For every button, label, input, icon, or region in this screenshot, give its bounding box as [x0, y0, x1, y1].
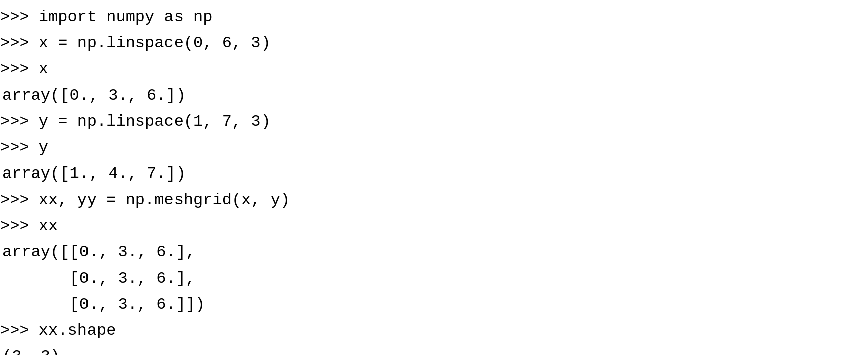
- input-code: xx: [39, 214, 58, 238]
- terminal-line: array([0., 3., 6.]): [0, 82, 868, 109]
- terminal-line: >>> xx: [0, 213, 868, 239]
- terminal-line: >>> xx.shape: [0, 318, 868, 344]
- input-code: x = np.linspace(0, 6, 3): [39, 31, 271, 55]
- input-code: y: [39, 136, 48, 160]
- prompt-indicator: >>>: [0, 319, 39, 343]
- terminal-line: array([[0., 3., 6.],: [0, 239, 868, 265]
- output-text: array([[0., 3., 6.],: [0, 240, 195, 264]
- terminal-line: >>> x: [0, 56, 868, 82]
- output-continuation: [0., 3., 6.],: [0, 267, 195, 291]
- input-code: x: [39, 57, 48, 81]
- input-code: xx.shape: [39, 319, 116, 343]
- prompt-indicator: >>>: [0, 31, 39, 55]
- input-code: import numpy as np: [39, 5, 213, 29]
- terminal-line: >>> import numpy as np: [0, 4, 868, 30]
- terminal-line: [0., 3., 6.],: [0, 265, 868, 292]
- prompt-indicator: >>>: [0, 57, 39, 81]
- input-code: y = np.linspace(1, 7, 3): [39, 110, 271, 134]
- terminal-line: >>> y: [0, 135, 868, 161]
- terminal-line: array([1., 4., 7.]): [0, 161, 868, 187]
- output-continuation: [0., 3., 6.]]): [0, 293, 205, 317]
- terminal-line: (3, 3): [0, 344, 868, 355]
- prompt-indicator: >>>: [0, 188, 39, 212]
- terminal-line: >>> x = np.linspace(0, 6, 3): [0, 30, 868, 56]
- output-text: array([1., 4., 7.]): [0, 162, 186, 186]
- output-text: (3, 3): [0, 345, 60, 355]
- prompt-indicator: >>>: [0, 5, 39, 29]
- terminal-line: >>> y = np.linspace(1, 7, 3): [0, 109, 868, 135]
- terminal-line: [0., 3., 6.]]): [0, 292, 868, 318]
- prompt-indicator: >>>: [0, 136, 39, 160]
- input-code: xx, yy = np.meshgrid(x, y): [39, 188, 290, 212]
- prompt-indicator: >>>: [0, 110, 39, 134]
- prompt-indicator: >>>: [0, 214, 39, 238]
- output-text: array([0., 3., 6.]): [0, 83, 186, 108]
- terminal-line: >>> xx, yy = np.meshgrid(x, y): [0, 187, 868, 213]
- terminal-window[interactable]: >>> import numpy as np>>> x = np.linspac…: [0, 0, 868, 355]
